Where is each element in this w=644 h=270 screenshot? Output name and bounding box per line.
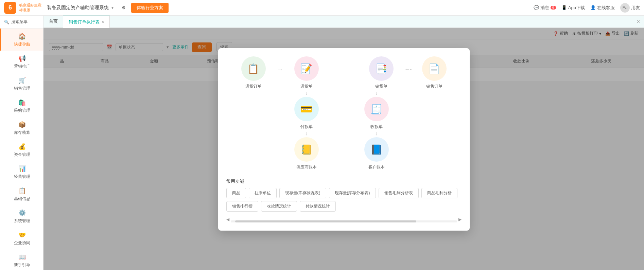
sales-bill-circle[interactable]: 📑 — [369, 56, 394, 81]
customer-ledger-label: 客户账本 — [368, 164, 385, 170]
payment-icon: 💳 — [300, 104, 312, 115]
sidebar-item-system[interactable]: ⚙️ 系统管理 — [0, 205, 43, 227]
search-icon: 🔍 — [4, 20, 9, 24]
scroll-right-icon[interactable]: ▶ — [458, 217, 462, 222]
sidebar-item-purchase[interactable]: 🛍️ 采购管理 — [0, 95, 43, 117]
money-icon: 💰 — [18, 143, 26, 150]
sidebar-item-marketing[interactable]: 📢 营销推广 — [0, 51, 43, 73]
tab-close-icon[interactable]: × — [102, 20, 104, 24]
sidebar-item-inventory[interactable]: 📦 库存核算 — [0, 117, 43, 139]
online-service-label: 在线客服 — [597, 5, 615, 11]
purchase-bill-label: 进货单 — [300, 84, 313, 89]
supplier-ledger-circle[interactable]: 📒 — [294, 137, 319, 162]
flow-node-purchase-bill: 📝 进货单 — [286, 56, 327, 89]
sidebar-item-finance[interactable]: 💰 资金管理 — [0, 139, 43, 161]
sales-order-circle[interactable]: 📄 — [422, 56, 447, 81]
cf-btn-partners[interactable]: 往来单位 — [249, 188, 277, 198]
flow-node-receipt: 🧾 收款单 — [356, 97, 397, 130]
sidebar-guide-label: 新手引导 — [14, 262, 30, 268]
cf-btn-sales-gross[interactable]: 销售毛利分析表 — [379, 188, 419, 198]
modal-scrollbar[interactable] — [231, 220, 457, 222]
sidebar-item-guide[interactable]: 📖 新手引导 — [0, 249, 43, 270]
receipt-circle[interactable]: 🧾 — [364, 97, 389, 121]
sidebar-system-label: 系统管理 — [14, 218, 30, 224]
try-industry-button[interactable]: 体验行业方案 — [131, 3, 169, 13]
app-download-button[interactable]: 📱 App下载 — [561, 5, 585, 11]
tab-close-all-icon[interactable]: × — [633, 16, 644, 28]
logo-icon: 6 — [4, 2, 16, 14]
dash-arrow-so-to-sb: ←- — [402, 66, 414, 73]
cf-btn-sales-rank[interactable]: 销售排行榜 — [226, 201, 258, 212]
cf-btn-product-gross[interactable]: 商品毛利分析 — [421, 188, 457, 198]
cf-btn-stock-dist[interactable]: 现存量(库存分布表) — [329, 188, 376, 198]
clipboard-icon: 📋 — [18, 187, 26, 195]
home-icon: 🏠 — [18, 33, 26, 40]
top-bar: 6 畅康通好生意 标准版 装备及固定资产辅助管理系统 ▾ ⚙ 体验行业方案 💬 … — [0, 0, 644, 16]
flow-arrows-down-2: ↓ ↓ — [226, 130, 462, 137]
modal-box: 📋 进货订单 → 📝 — [218, 48, 470, 231]
settings-button[interactable]: ⚙ — [119, 3, 128, 13]
message-badge: 6 — [551, 6, 556, 10]
message-button[interactable]: 💬 消息 6 — [534, 5, 556, 11]
sidebar-quick-nav-label: 快捷导航 — [14, 41, 30, 47]
purchase-order-label: 进货订单 — [245, 84, 262, 89]
sidebar-operations-label: 经营管理 — [14, 174, 30, 180]
sidebar-enterprise-label: 企业协同 — [14, 240, 30, 246]
service-icon: 👤 — [590, 5, 596, 10]
cf-btn-stock-status[interactable]: 现存量(库存状况表) — [279, 188, 326, 198]
arrow-down-receipt: ↓ — [375, 130, 378, 137]
customer-ledger-icon: 📘 — [370, 144, 382, 155]
flow-row-3: 📒 供应商账本 📘 客户账本 — [226, 137, 462, 170]
flow-node-sales-order: 📄 销售订单 — [414, 56, 455, 89]
search-menu-item[interactable]: 🔍 搜索菜单 — [0, 16, 43, 29]
user-area[interactable]: Ea 用友 — [620, 3, 640, 13]
flow-node-payment: 💳 付款单 — [286, 97, 327, 130]
avatar-initial: Ea — [623, 5, 628, 10]
receipt-icon: 🧾 — [370, 104, 382, 115]
sidebar-basic-info-label: 基础信息 — [14, 196, 30, 202]
gear-icon: ⚙️ — [18, 209, 26, 217]
flow-diagram: 📋 进货订单 → 📝 — [226, 56, 462, 170]
sidebar-item-sales[interactable]: 🛒 销售管理 — [0, 73, 43, 95]
tab-home[interactable]: 首页 — [43, 16, 63, 28]
online-service-button[interactable]: 👤 在线客服 — [590, 5, 615, 11]
flow-row-1: 📋 进货订单 → 📝 — [226, 56, 462, 89]
sales-bill-icon: 📑 — [375, 63, 387, 74]
sidebar: 🔍 搜索菜单 🏠 快捷导航 📢 营销推广 🛒 销售管理 🛍️ 采购管理 📦 — [0, 16, 43, 270]
cart-icon: 🛒 — [18, 77, 26, 84]
bag-icon: 🛍️ — [18, 99, 26, 106]
cf-buttons-row-1: 商品 往来单位 现存量(库存状况表) 现存量(库存分布表) 销售毛利分析表 商品… — [226, 188, 462, 198]
cf-btn-receipt-stats[interactable]: 收款情况统计 — [261, 201, 297, 212]
logo-line2: 标准版 — [19, 8, 41, 12]
sidebar-purchase-label: 采购管理 — [14, 108, 30, 113]
payment-circle[interactable]: 💳 — [294, 97, 319, 121]
customer-ledger-circle[interactable]: 📘 — [364, 137, 389, 162]
sidebar-item-basic-info[interactable]: 📋 基础信息 — [0, 183, 43, 205]
supplier-ledger-label: 供应商账本 — [296, 164, 317, 170]
sidebar-item-enterprise[interactable]: 🤝 企业协同 — [0, 227, 43, 249]
user-avatar: Ea — [620, 3, 630, 13]
system-title: 装备及固定资产辅助管理系统 — [47, 5, 109, 11]
main-area: 🔍 搜索菜单 🏠 快捷导航 📢 营销推广 🛒 销售管理 🛍️ 采购管理 📦 — [0, 16, 644, 270]
logo-text: 畅康通好生意 标准版 — [19, 3, 41, 12]
common-functions-section: 常用功能 商品 往来单位 现存量(库存状况表) 现存量(库存分布表) 销售毛利分… — [226, 178, 462, 212]
flow-row-2: 💳 付款单 🧾 收款单 — [226, 97, 462, 130]
tab-sales-order[interactable]: 销售订单执行表 × — [63, 16, 110, 28]
sidebar-sales-label: 销售管理 — [14, 86, 30, 91]
user-name: 用友 — [631, 5, 640, 11]
chart-icon: 📊 — [18, 165, 26, 173]
system-dropdown[interactable]: ▾ — [111, 5, 114, 10]
sales-order-label: 销售订单 — [426, 84, 442, 89]
cf-btn-payment-stats[interactable]: 付款情况统计 — [300, 201, 336, 212]
message-label: 消息 — [540, 5, 549, 11]
arrow-down-pb: ↓ — [305, 90, 308, 96]
sidebar-item-quick-nav[interactable]: 🏠 快捷导航 — [0, 29, 43, 51]
sidebar-item-operations[interactable]: 📊 经营管理 — [0, 161, 43, 183]
supplier-ledger-icon: 📒 — [300, 144, 312, 155]
cf-btn-product[interactable]: 商品 — [226, 188, 246, 198]
scroll-left-icon[interactable]: ◀ — [226, 217, 229, 222]
purchase-order-circle[interactable]: 📋 — [241, 56, 266, 81]
flow-node-purchase-order: 📋 进货订单 — [233, 56, 274, 89]
sales-order-icon: 📄 — [428, 63, 440, 74]
purchase-bill-circle[interactable]: 📝 — [294, 56, 319, 81]
